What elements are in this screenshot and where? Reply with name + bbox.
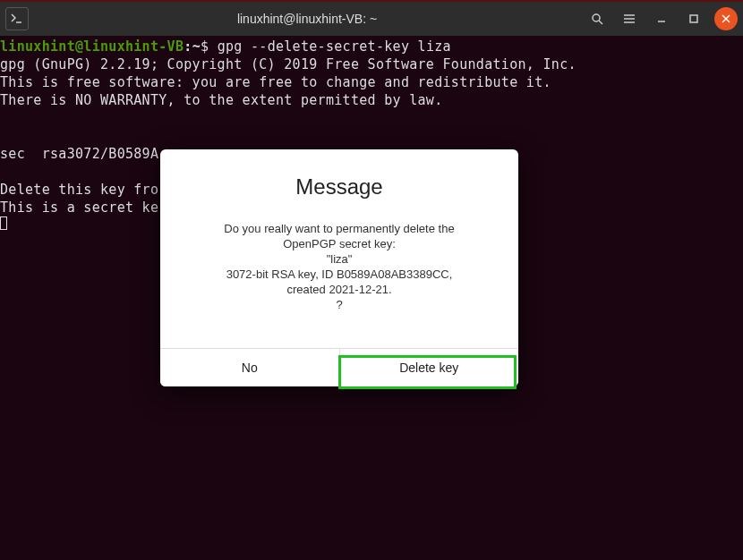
minimize-button[interactable] xyxy=(650,7,673,30)
svg-line-2 xyxy=(599,21,602,24)
terminal-line: gpg (GnuPG) 2.2.19; Copyright (C) 2019 F… xyxy=(0,56,576,72)
terminal-app-icon[interactable] xyxy=(5,7,29,30)
hamburger-menu-icon[interactable] xyxy=(618,7,641,30)
dialog-message-line: created 2021-12-21. xyxy=(184,282,495,297)
dialog-title: Message xyxy=(184,174,495,199)
terminal-cursor xyxy=(0,216,7,230)
delete-key-button[interactable]: Delete key xyxy=(340,349,519,386)
svg-point-1 xyxy=(593,14,600,21)
dialog-message-line: 3072-bit RSA key, ID B0589A08AB3389CC, xyxy=(184,267,495,282)
terminal-line: Delete this key fro xyxy=(0,182,158,198)
svg-rect-7 xyxy=(690,15,697,22)
dialog-message-line: Do you really want to permanently delete… xyxy=(184,221,495,236)
no-button[interactable]: No xyxy=(160,349,340,386)
dialog-message: Do you really want to permanently delete… xyxy=(184,221,495,312)
terminal-line: This is free software: you are free to c… xyxy=(0,74,551,90)
confirmation-dialog: Message Do you really want to permanentl… xyxy=(160,149,518,386)
prompt-dollar: $ xyxy=(201,38,218,55)
search-icon[interactable] xyxy=(585,7,609,30)
close-button[interactable] xyxy=(714,7,738,30)
dialog-message-line: OpenPGP secret key: xyxy=(184,236,495,251)
window-title: linuxhint@linuxhint-VB: ~ xyxy=(34,12,580,26)
prompt-separator: : xyxy=(184,38,192,55)
dialog-message-line: "liza" xyxy=(184,251,495,267)
titlebar-controls xyxy=(585,7,738,30)
dialog-body: Message Do you really want to permanentl… xyxy=(160,149,518,348)
dialog-button-row: No Delete key xyxy=(160,348,518,386)
terminal-line: sec rsa3072/B0589A xyxy=(0,146,158,162)
window-titlebar: linuxhint@linuxhint-VB: ~ xyxy=(0,0,743,36)
prompt-path: ~ xyxy=(192,38,201,55)
terminal-line: This is a secret ke xyxy=(0,199,158,216)
terminal-line: There is NO WARRANTY, to the extent perm… xyxy=(0,92,443,108)
maximize-button[interactable] xyxy=(682,7,705,30)
prompt-user: linuxhint@linuxhint-VB xyxy=(0,38,184,55)
terminal-command: gpg --delete-secret-key liza xyxy=(218,38,451,55)
dialog-message-line: ? xyxy=(184,297,495,312)
